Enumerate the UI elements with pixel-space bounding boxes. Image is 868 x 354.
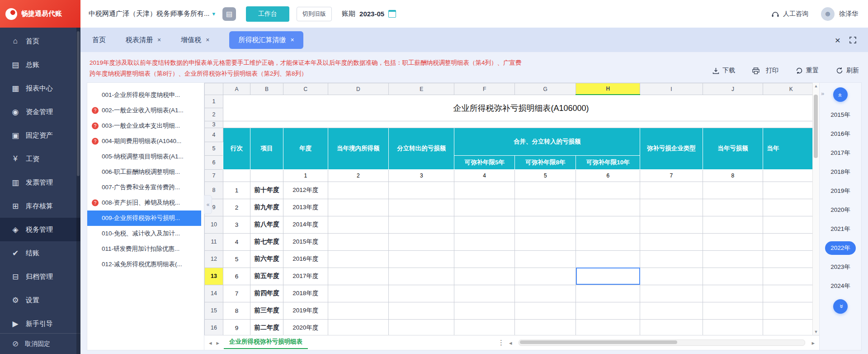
year-item[interactable]: 2020年	[825, 201, 856, 220]
sidebar-item-tax[interactable]: ◈税务管理	[0, 218, 80, 241]
form-list-item[interactable]: ?008-资产折旧、摊销及纳税...	[87, 195, 201, 210]
cell-F15[interactable]	[454, 302, 515, 319]
cell-K10[interactable]	[763, 216, 819, 233]
collapse-form-list-icon[interactable]: «	[204, 195, 212, 214]
cell-G13[interactable]	[515, 268, 576, 285]
cell-G12[interactable]	[515, 250, 576, 268]
company-selector[interactable]: 中税网通广泽（天津）税务师事务所有...	[89, 10, 210, 18]
table-header-cell[interactable]: 当年	[763, 128, 819, 169]
cell-B9[interactable]: 前九年度	[250, 199, 283, 216]
cell-I14[interactable]	[640, 285, 703, 302]
form-list-item[interactable]: 009-企业所得税弥补亏损明...	[87, 210, 201, 226]
horizontal-scrollbar[interactable]	[519, 340, 806, 346]
cell-G11[interactable]	[515, 233, 576, 250]
cell-B13[interactable]: 前五年度	[250, 268, 283, 285]
form-list-item[interactable]: 006-职工薪酬纳税调整明细...	[87, 164, 201, 180]
cell-D12[interactable]	[328, 250, 389, 268]
cell-I15[interactable]	[640, 302, 703, 319]
col-header-C[interactable]: C	[283, 83, 328, 95]
row-header-15[interactable]: 15	[205, 302, 223, 319]
cell-G15[interactable]	[515, 302, 576, 319]
cell-J16[interactable]	[703, 319, 763, 335]
cell-E11[interactable]	[389, 233, 454, 250]
table-header-cell[interactable]: 分立转出的亏损额	[389, 128, 454, 169]
cell-K8[interactable]	[763, 182, 819, 199]
table-header-cell[interactable]: 年度	[283, 128, 328, 169]
form-list-item[interactable]: 007-广告费和业务宣传费跨...	[87, 180, 201, 195]
cell-E12[interactable]	[389, 250, 454, 268]
cell-C8[interactable]: 2012年度	[283, 182, 328, 199]
sheet-next-icon[interactable]: ▸	[217, 340, 220, 346]
cell-B16[interactable]: 前二年度	[250, 319, 283, 335]
cell-G10[interactable]	[515, 216, 576, 233]
hscroll-left-icon[interactable]: ◂	[509, 340, 512, 346]
sidebar-item-ledger[interactable]: ▤总账	[0, 53, 80, 77]
year-item[interactable]: 2015年	[825, 105, 856, 124]
cell-B11[interactable]: 前七年度	[250, 233, 283, 250]
form-list-item[interactable]: 012-减免所得税优惠明细表(...	[87, 257, 201, 272]
cell-H13[interactable]	[576, 268, 640, 285]
support-button[interactable]: 人工咨询	[771, 10, 808, 18]
cell-E15[interactable]	[389, 302, 454, 319]
cell-H16[interactable]	[576, 319, 640, 335]
cell-B8[interactable]: 前十年度	[250, 182, 283, 199]
cell-K11[interactable]	[763, 233, 819, 250]
year-item[interactable]: 2018年	[825, 163, 856, 182]
cell-D8[interactable]	[328, 182, 389, 199]
cell-H14[interactable]	[576, 285, 640, 302]
table-header-cell[interactable]: 合并、分立转入的亏损额	[454, 128, 640, 155]
switch-old-version-button[interactable]: 切到旧版	[297, 7, 332, 21]
cell-I10[interactable]	[640, 216, 703, 233]
col-header-J[interactable]: J	[703, 83, 763, 95]
cell-I12[interactable]	[640, 250, 703, 268]
cell-D13[interactable]	[328, 268, 389, 285]
cell-F13[interactable]	[454, 268, 515, 285]
form-list-item[interactable]: ?002-一般企业收入明细表(A1...	[87, 103, 201, 118]
col-header-B[interactable]: B	[250, 83, 283, 95]
cell-D14[interactable]	[328, 285, 389, 302]
cell-G8[interactable]	[515, 182, 576, 199]
cell-J7[interactable]: 8	[703, 169, 763, 182]
cell-F12[interactable]	[454, 250, 515, 268]
cell-J14[interactable]	[703, 285, 763, 302]
cell-E13[interactable]	[389, 268, 454, 285]
cell-I7[interactable]: 7	[640, 169, 703, 182]
workbook-badge-icon[interactable]: ▤	[222, 7, 236, 21]
cell-E14[interactable]	[389, 285, 454, 302]
cell-C14[interactable]: 2018年度	[283, 285, 328, 302]
cell-G7[interactable]: 5	[515, 169, 576, 182]
period-value[interactable]: 2023-05	[359, 10, 384, 18]
username[interactable]: 徐泽华	[839, 10, 858, 18]
tab-item[interactable]: 所得税汇算清缴×	[229, 31, 303, 49]
cell-H9[interactable]	[576, 199, 640, 216]
cell-G14[interactable]	[515, 285, 576, 302]
cell-D7[interactable]: 2	[328, 169, 389, 182]
year-item[interactable]: 2019年	[825, 182, 856, 201]
cell-B7[interactable]	[250, 169, 283, 182]
col-header-K[interactable]: K	[763, 83, 819, 95]
year-item[interactable]: 2017年	[825, 144, 856, 163]
cell-K16[interactable]	[763, 319, 819, 335]
table-header-cell[interactable]: 项目	[250, 128, 283, 169]
cell-I16[interactable]	[640, 319, 703, 335]
cell-C13[interactable]: 2017年度	[283, 268, 328, 285]
cell-A15[interactable]: 8	[223, 302, 250, 319]
cell-A9[interactable]: 2	[223, 199, 250, 216]
form-list-item[interactable]: 005-纳税调整项目明细表(A1...	[87, 149, 201, 164]
cell-H12[interactable]	[576, 250, 640, 268]
row-header-1[interactable]: 1	[205, 95, 223, 108]
sidebar-item-settle[interactable]: ✔结账	[0, 241, 80, 265]
form-list-item[interactable]: ?004-期间费用明细表(A1040...	[87, 134, 201, 149]
table-header-cell[interactable]: 可弥补年限5年	[454, 155, 515, 169]
cell-I13[interactable]	[640, 268, 703, 285]
cell-F14[interactable]	[454, 285, 515, 302]
cell-I9[interactable]	[640, 199, 703, 216]
form-list-item[interactable]: ?003-一般企业成本支出明细...	[87, 118, 201, 134]
row-header-16[interactable]: 16	[205, 319, 223, 335]
form-list-item[interactable]: 001-企业所得税年度纳税申...	[87, 87, 201, 103]
cell-I8[interactable]	[640, 182, 703, 199]
cell-A11[interactable]: 4	[223, 233, 250, 250]
workbench-button[interactable]: 工作台	[246, 6, 289, 22]
row-header-10[interactable]: 10	[205, 216, 223, 233]
calendar-icon[interactable]	[388, 10, 396, 18]
